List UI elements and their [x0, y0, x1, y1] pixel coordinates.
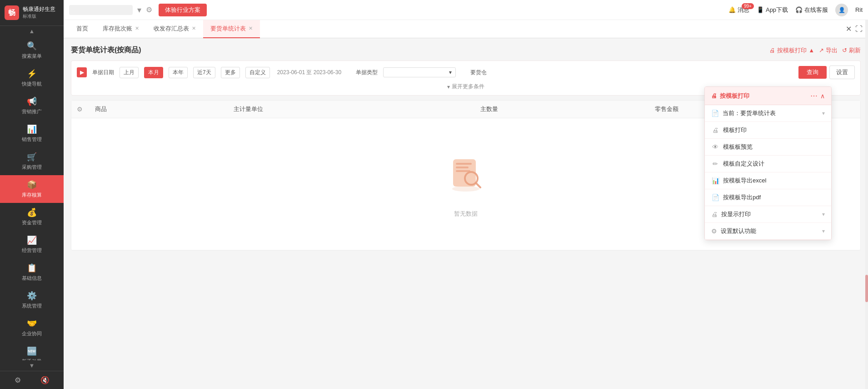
dropdown-item-template-preview[interactable]: 👁 模板板预览: [705, 139, 831, 156]
refresh-icon: ↺: [842, 47, 847, 54]
phone-icon: 📱: [757, 6, 764, 13]
dropdown-item-template-design[interactable]: ✏ 模板自定义设计: [705, 156, 831, 172]
sidebar-nav: 🔍 搜索菜单 ⚡ 快捷导航 📢 营销推广 📊 销售管理 🛒 采购管理 📦 库存核…: [0, 36, 64, 360]
tab-close-all-icon[interactable]: ✕: [846, 25, 852, 33]
more-dots-icon[interactable]: ⋯: [810, 91, 818, 100]
print-template-btn[interactable]: 🖨 按模板打印 ▲: [769, 46, 814, 55]
template-print-icon: 🖨: [711, 126, 719, 134]
trial-btn[interactable]: 体验行业方案: [159, 4, 207, 16]
query-btn[interactable]: 查询: [798, 66, 827, 79]
print-dropdown-controls: ⋯ ∧: [810, 91, 825, 100]
date-this-year-btn[interactable]: 本年: [169, 67, 188, 78]
tab-receivables[interactable]: 收发存汇总表 ✕: [146, 20, 203, 38]
sales-icon: 📊: [27, 124, 37, 134]
current-template-item[interactable]: 📄 当前：要货单统计表 ▾: [705, 105, 831, 122]
sidebar-item-system[interactable]: ⚙️ 系统管理: [0, 286, 64, 314]
settings-gear-icon[interactable]: ⚙: [146, 5, 152, 14]
sidebar-item-marketing[interactable]: 📢 营销推广: [0, 92, 64, 120]
current-template-icon: 📄: [711, 110, 719, 117]
user-avatar[interactable]: 👤: [835, 4, 848, 16]
operation-icon: 📈: [27, 235, 37, 245]
sidebar-item-operation[interactable]: 📈 经营管理: [0, 231, 64, 258]
service-label: 在线客服: [804, 6, 828, 14]
export-btn[interactable]: ↗ 导出: [819, 46, 838, 55]
dropdown-item-export-excel[interactable]: 📊 按模板导出excel: [705, 172, 831, 189]
tab-home[interactable]: 首页: [69, 20, 95, 38]
type-filter-select[interactable]: ▾: [383, 67, 456, 77]
sidebar-item-guide[interactable]: 🆕 新手引导: [0, 342, 64, 360]
current-template-label: 当前：要货单统计表: [723, 109, 776, 117]
system-icon: ⚙️: [27, 291, 37, 301]
top-bar: ▾ ⚙ 体验行业方案 🔔 消息 99+ 📱 App下载 🎧 在线客服 👤 Rit: [64, 0, 868, 20]
footer-settings-icon[interactable]: ⚙: [15, 376, 21, 384]
sidebar-item-sales[interactable]: 📊 销售管理: [0, 120, 64, 147]
app-download-btn[interactable]: 📱 App下载: [757, 6, 788, 14]
col-unit: 主计量单位: [228, 101, 475, 118]
tab-receivables-close[interactable]: ✕: [192, 25, 196, 31]
dropdown-item-template-print[interactable]: 🖨 模板打印: [705, 122, 831, 139]
tab-inventory-batch[interactable]: 库存批次账 ✕: [95, 20, 146, 38]
export-excel-icon: 📊: [711, 177, 719, 184]
export-excel-label: 按模板导出excel: [723, 177, 766, 185]
headset-icon: 🎧: [795, 6, 803, 13]
sidebar-item-purchase[interactable]: 🛒 采购管理: [0, 147, 64, 175]
footer-mute-icon[interactable]: 🔇: [40, 376, 50, 384]
refresh-btn[interactable]: ↺ 刷新: [842, 46, 861, 55]
tab-bar-controls: ✕ ⛶: [846, 25, 863, 33]
empty-text: 暂无数据: [454, 210, 478, 218]
main-area: ▾ ⚙ 体验行业方案 🔔 消息 99+ 📱 App下载 🎧 在线客服 👤 Rit…: [64, 0, 868, 389]
purchase-icon: 🛒: [27, 152, 37, 162]
tab-order-stats[interactable]: 要货单统计表 ✕: [203, 20, 260, 38]
dropdown-default-fn[interactable]: ⚙ 设置默认功能 ▾: [705, 223, 831, 240]
filter-expand-arrow-btn[interactable]: ▶: [77, 67, 87, 77]
tab-receivables-label: 收发存汇总表: [154, 25, 189, 33]
scrollbar-thumb[interactable]: [865, 275, 868, 302]
date-more-btn[interactable]: 更多: [221, 67, 240, 78]
online-service-btn[interactable]: 🎧 在线客服: [795, 6, 828, 14]
sidebar-item-basic[interactable]: 📋 基础信息: [0, 258, 64, 286]
expand-more-btn[interactable]: ▾ 展开更多条件: [447, 83, 484, 91]
dropdown-item-export-pdf[interactable]: 📄 按模板导出pdf: [705, 189, 831, 206]
column-settings-icon[interactable]: ⚙: [77, 106, 83, 113]
date-range-display: 2023-06-01 至 2023-06-30: [277, 69, 341, 76]
default-fn-chevron: ▾: [822, 228, 825, 234]
date-last7-btn[interactable]: 近7天: [193, 67, 215, 78]
sidebar-item-collab[interactable]: 🤝 企业协同: [0, 314, 64, 342]
col-settings[interactable]: ⚙: [71, 101, 90, 118]
display-print-chevron: ▾: [822, 211, 825, 217]
sidebar-scroll-up[interactable]: ▲: [0, 26, 64, 36]
template-design-icon: ✏: [711, 160, 719, 167]
sidebar-item-search[interactable]: 🔍 搜索菜单: [0, 36, 64, 64]
expand-down-icon: ▾: [447, 84, 450, 90]
display-print-left: 🖨 按显示打印: [711, 210, 751, 218]
tab-maximize-icon[interactable]: ⛶: [855, 25, 863, 33]
notice-btn[interactable]: 🔔 消息 99+: [728, 6, 749, 14]
sidebar-label-inventory: 库存核算: [22, 192, 42, 198]
export-icon: ↗: [819, 47, 824, 54]
date-custom-btn[interactable]: 自定义: [245, 67, 270, 78]
template-print-label: 模板打印: [723, 126, 747, 134]
sidebar-item-finance[interactable]: 💰 资金管理: [0, 203, 64, 231]
date-prev-month-btn[interactable]: 上月: [120, 67, 139, 78]
sidebar-label-sales: 销售管理: [22, 136, 42, 143]
sidebar-scroll-down[interactable]: ▼: [0, 360, 64, 371]
date-this-month-btn[interactable]: 本月: [144, 67, 163, 78]
print-dropdown-panel: 🖨 按模板打印 ⋯ ∧ 📄 当前：要货单统计表 ▾ 🖨 模板打印: [704, 86, 832, 240]
sidebar-item-quicknav[interactable]: ⚡ 快捷导航: [0, 64, 64, 92]
inventory-icon: 📦: [27, 180, 37, 190]
chevron-up-icon: ▲: [808, 47, 814, 54]
tab-order-stats-close[interactable]: ✕: [249, 25, 253, 31]
sidebar-item-inventory[interactable]: 📦 库存核算: [0, 175, 64, 203]
settings-btn[interactable]: 设置: [829, 66, 855, 79]
search-dropdown-icon[interactable]: ▾: [137, 5, 141, 15]
dropdown-display-print[interactable]: 🖨 按显示打印 ▾: [705, 206, 831, 223]
username-label[interactable]: Rit: [855, 6, 863, 13]
tab-inventory-batch-close[interactable]: ✕: [135, 25, 139, 31]
app-label: App下载: [766, 6, 788, 14]
bell-icon: 🔔: [728, 6, 736, 13]
collapse-chevron-icon[interactable]: ∧: [820, 92, 825, 100]
template-design-label: 模板自定义设计: [723, 160, 764, 168]
search-input[interactable]: [69, 5, 133, 15]
sidebar-logo: 畅 畅康通好生意 标准版: [0, 0, 64, 26]
sidebar-label-purchase: 采购管理: [22, 164, 42, 171]
